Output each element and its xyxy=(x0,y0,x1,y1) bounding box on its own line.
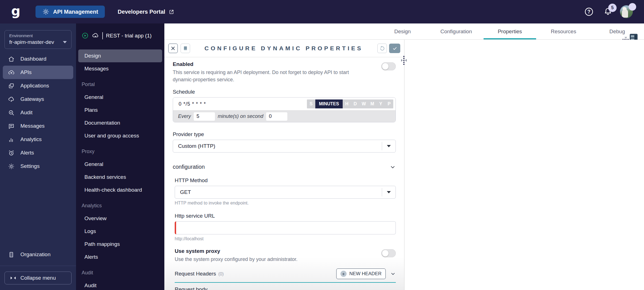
help-button[interactable]: ? xyxy=(584,7,594,16)
tab-design[interactable]: Design xyxy=(376,23,429,39)
sidebar-item-applications[interactable]: Applications xyxy=(0,79,76,92)
page: g API Management Developers Portal xyxy=(0,0,644,290)
tab-resources[interactable]: Resources xyxy=(537,23,590,39)
api-management-button[interactable]: API Management xyxy=(35,6,105,18)
sidebar-item-label: APIs xyxy=(20,69,32,75)
enabled-description: This service is requiring an API deploym… xyxy=(173,69,368,83)
dialog-body: Enabled This service is requiring an API… xyxy=(164,57,404,290)
gravitee-logo: g xyxy=(11,4,20,17)
api-sidebar-header: REST - trial app (1) xyxy=(76,32,164,39)
minutes-input[interactable] xyxy=(194,112,215,121)
environment-select[interactable]: Environment fr-apim-master-dev xyxy=(4,30,72,49)
properties-page-background xyxy=(404,40,644,290)
refresh-button[interactable] xyxy=(377,44,387,53)
api-nav-item-messages[interactable]: Messages xyxy=(76,62,164,75)
sidebar-item-label: Messages xyxy=(20,123,45,129)
collapse-menu-button[interactable]: Collapse menu xyxy=(4,272,72,284)
svg-text:?: ? xyxy=(588,9,591,15)
api-nav: Design Messages Portal General Plans Doc… xyxy=(76,49,164,290)
collapse-icon xyxy=(10,276,16,280)
api-nav-item-path-mappings[interactable]: Path mappings xyxy=(76,238,164,251)
schedule-field: Schedule 0 */5 * * * * S MINUTES H D xyxy=(173,89,396,122)
sidebar-item-messages[interactable]: Messages xyxy=(0,119,76,133)
provider-type-label: Provider type xyxy=(173,131,396,137)
sidebar-divider xyxy=(0,266,76,266)
tab-configuration[interactable]: Configuration xyxy=(429,23,483,39)
cron-unit-days[interactable]: D xyxy=(351,99,359,108)
section-divider xyxy=(175,282,396,283)
api-nav-item-user-group-access[interactable]: User and group access xyxy=(76,129,164,142)
cron-unit-minutes[interactable]: MINUTES xyxy=(315,99,343,108)
api-nav-item-overview[interactable]: Overview xyxy=(76,212,164,225)
chevron-down-icon[interactable] xyxy=(390,271,396,277)
new-header-button[interactable]: + NEW HEADER xyxy=(336,268,386,279)
cron-expression[interactable]: 0 */5 * * * * xyxy=(179,101,307,107)
caret-down-icon xyxy=(387,191,391,193)
system-proxy-description: Use the system proxy configured by your … xyxy=(175,256,297,263)
cloud-gateway-icon xyxy=(8,96,15,103)
http-method-field: HTTP Method GET HTTP method to invoke th… xyxy=(175,177,396,206)
request-headers-row: Request Headers (0) + NEW HEADER xyxy=(175,268,396,279)
new-header-label: NEW HEADER xyxy=(349,271,382,277)
sidebar-item-audit[interactable]: Audit xyxy=(0,106,76,119)
enabled-field: Enabled This service is requiring an API… xyxy=(173,61,396,83)
cron-unit-years[interactable]: Y xyxy=(377,99,385,108)
service-url-hint: http://localhost xyxy=(175,236,396,241)
enabled-toggle[interactable] xyxy=(381,62,396,70)
api-title: REST - trial app (1) xyxy=(106,33,151,39)
sidebar-item-apis[interactable]: APIs xyxy=(3,66,73,79)
confirm-button[interactable] xyxy=(389,44,400,53)
chevron-down-icon xyxy=(63,41,67,43)
play-circle-icon[interactable] xyxy=(82,32,89,39)
api-nav-item-audit[interactable]: Audit xyxy=(76,279,164,290)
api-nav-item-alerts[interactable]: Alerts xyxy=(76,251,164,263)
sidebar-item-dashboard[interactable]: Dashboard xyxy=(0,52,76,66)
cron-unit-weeks[interactable]: W xyxy=(359,99,368,108)
cloud-icon[interactable] xyxy=(92,32,99,39)
home-icon xyxy=(8,56,15,63)
system-proxy-toggle[interactable] xyxy=(381,249,396,257)
sidebar-item-alerts[interactable]: Alerts xyxy=(0,146,76,160)
header-divider xyxy=(102,32,103,39)
sidebar-item-organization[interactable]: Organization xyxy=(0,248,76,261)
api-nav-section-audit: Audit xyxy=(76,266,164,279)
bar-chart-icon xyxy=(8,136,15,143)
http-method-select[interactable]: GET xyxy=(175,186,396,199)
sidebar-item-settings[interactable]: Settings xyxy=(0,160,76,173)
api-nav-item-backend-services[interactable]: Backend services xyxy=(76,171,164,184)
api-nav-item-general-portal[interactable]: General xyxy=(76,91,164,104)
sidebar-item-label: Applications xyxy=(20,83,49,89)
cron-unit-seconds[interactable]: S xyxy=(307,99,315,108)
cron-unit-preset[interactable]: P xyxy=(385,99,393,108)
sidebar-item-analytics[interactable]: Analytics xyxy=(0,133,76,146)
organization-icon xyxy=(8,251,15,258)
service-url-input[interactable] xyxy=(175,221,396,234)
panel-resize-handle[interactable] xyxy=(401,56,407,65)
api-nav-item-logs[interactable]: Logs xyxy=(76,225,164,238)
tab-properties[interactable]: Properties xyxy=(483,23,537,39)
developers-portal-label: Developers Portal xyxy=(118,9,165,15)
api-nav-item-design[interactable]: Design xyxy=(78,49,162,62)
close-button[interactable] xyxy=(168,44,178,53)
api-nav-item-health-check[interactable]: Health-check dashboard xyxy=(76,184,164,196)
cron-unit-months[interactable]: M xyxy=(368,99,377,108)
cron-every-row: Every minute(s) on second xyxy=(173,110,396,122)
cron-unit-hours[interactable]: H xyxy=(343,99,351,108)
system-proxy-label: Use system proxy xyxy=(175,248,297,254)
api-nav-item-plans[interactable]: Plans xyxy=(76,104,164,117)
api-nav-section-proxy: Proxy xyxy=(76,145,164,158)
every-middle: minute(s) on second xyxy=(218,113,263,119)
api-nav-item-documentation[interactable]: Documentation xyxy=(76,117,164,129)
sidebar-item-label: Organization xyxy=(20,251,51,258)
book-icon[interactable] xyxy=(181,44,190,53)
provider-type-select[interactable]: Custom (HTTP) xyxy=(173,140,396,153)
api-nav-item-general-proxy[interactable]: General xyxy=(76,158,164,171)
request-headers-count: (0) xyxy=(218,272,224,277)
api-nav-section-portal: Portal xyxy=(76,78,164,91)
developers-portal-link[interactable]: Developers Portal xyxy=(118,9,174,15)
configuration-section-header[interactable]: configuration xyxy=(173,164,396,170)
sidebar-item-label: Dashboard xyxy=(20,56,46,62)
sidebar-item-gateways[interactable]: Gateways xyxy=(0,92,76,106)
sidebar-item-label: Settings xyxy=(20,163,40,169)
seconds-input[interactable] xyxy=(266,112,287,121)
